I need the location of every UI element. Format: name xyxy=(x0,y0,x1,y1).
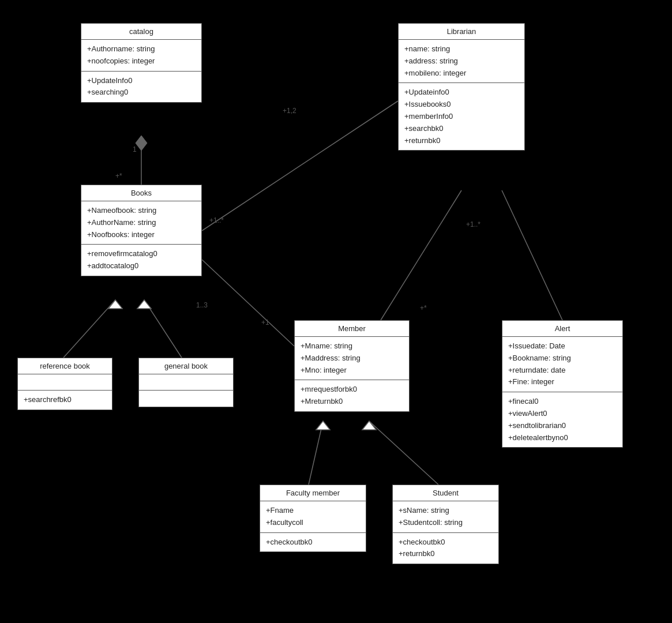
catalog-title: catalog xyxy=(81,24,201,40)
alert-method-0: +finecal0 xyxy=(508,396,617,408)
alert-method-1: +viewAlert0 xyxy=(508,408,617,420)
member-box: Member +Mname: string +Maddress: string … xyxy=(294,320,410,412)
books-attr-2: +Noofbooks: integer xyxy=(87,229,196,241)
student-title: Student xyxy=(393,485,498,501)
general-book-attributes xyxy=(139,374,233,391)
books-method-1: +addtocatalog0 xyxy=(87,260,196,272)
alert-attr-3: +Fine: integer xyxy=(508,376,617,388)
general-book-title: general book xyxy=(139,358,233,374)
svg-line-8 xyxy=(381,190,461,320)
catalog-methods: +UpdateInfo0 +searching0 xyxy=(81,72,201,103)
student-box: Student +sName: string +Studentcoll: str… xyxy=(392,485,499,564)
catalog-method-1: +searching0 xyxy=(87,87,196,99)
catalog-box: catalog +Authorname: string +noofcopies:… xyxy=(81,23,202,103)
uml-diagram: 1 +* +1,2 +1..* +1..* 1..3 +1 +* catalog… xyxy=(0,0,672,623)
svg-line-12 xyxy=(369,421,438,485)
member-attr-1: +Maddress: string xyxy=(301,352,403,365)
alert-attr-1: +Bookname: string xyxy=(508,352,617,365)
catalog-attributes: +Authorname: string +noofcopies: integer xyxy=(81,40,201,72)
member-attr-0: +Mname: string xyxy=(301,340,403,352)
reference-book-method-0: +searchrefbk0 xyxy=(24,394,106,406)
books-attr-1: +AuthorName: string xyxy=(87,217,196,229)
label-plusstar: +* xyxy=(420,304,427,312)
student-attributes: +sName: string +Studentcoll: string xyxy=(393,501,498,533)
faculty-member-method-0: +checkoutbk0 xyxy=(266,536,360,549)
alert-attr-2: +returndate: date xyxy=(508,365,617,377)
catalog-attr-1: +noofcopies: integer xyxy=(87,55,196,67)
faculty-member-attr-1: +facultycoll xyxy=(266,517,360,529)
member-method-1: +Mreturnbk0 xyxy=(301,396,403,408)
svg-line-2 xyxy=(202,101,398,231)
librarian-method-2: +memberInfo0 xyxy=(404,111,519,123)
catalog-attr-0: +Authorname: string xyxy=(87,43,196,55)
label-1: 1 xyxy=(133,145,137,153)
student-method-0: +checkoutbk0 xyxy=(399,536,493,549)
svg-marker-7 xyxy=(137,300,151,309)
svg-line-9 xyxy=(502,190,562,320)
member-attr-2: +Mno: integer xyxy=(301,365,403,377)
alert-attr-0: +Issuedate: Date xyxy=(508,340,617,352)
svg-marker-11 xyxy=(316,421,330,430)
librarian-method-1: +Issuebooks0 xyxy=(404,99,519,111)
svg-line-10 xyxy=(309,421,323,485)
member-attributes: +Mname: string +Maddress: string +Mno: i… xyxy=(295,337,409,380)
student-attr-1: +Studentcoll: string xyxy=(399,517,493,529)
librarian-attr-2: +mobileno: integer xyxy=(404,67,519,80)
books-method-0: +removefirmcatalog0 xyxy=(87,248,196,260)
books-methods: +removefirmcatalog0 +addtocatalog0 xyxy=(81,245,201,276)
faculty-member-attributes: +Fname +facultycoll xyxy=(260,501,366,533)
librarian-attr-0: +name: string xyxy=(404,43,519,55)
books-attributes: +Nameofbook: string +AuthorName: string … xyxy=(81,201,201,245)
member-title: Member xyxy=(295,321,409,337)
svg-marker-0 xyxy=(136,136,147,151)
svg-line-4 xyxy=(63,300,115,358)
reference-book-attributes xyxy=(18,374,112,391)
librarian-methods: +Updateinfo0 +Issuebooks0 +memberInfo0 +… xyxy=(399,83,524,150)
student-attr-0: +sName: string xyxy=(399,505,493,517)
catalog-method-0: +UpdateInfo0 xyxy=(87,75,196,87)
reference-book-box: reference book +searchrefbk0 xyxy=(17,358,112,410)
books-attr-0: +Nameofbook: string xyxy=(87,205,196,217)
label-1star-books-member: +1..* xyxy=(209,216,224,224)
alert-method-3: +deletealertbyno0 xyxy=(508,432,617,444)
reference-book-methods: +searchrefbk0 xyxy=(18,391,112,410)
svg-line-6 xyxy=(144,300,182,358)
general-book-box: general book xyxy=(138,358,234,407)
faculty-member-title: Faculty member xyxy=(260,485,366,501)
reference-book-title: reference book xyxy=(18,358,112,374)
alert-title: Alert xyxy=(502,321,622,337)
student-method-1: +returnbk0 xyxy=(399,548,493,560)
books-box: Books +Nameofbook: string +AuthorName: s… xyxy=(81,185,202,276)
alert-box: Alert +Issuedate: Date +Bookname: string… xyxy=(502,320,623,448)
librarian-title: Librarian xyxy=(399,24,524,40)
librarian-attributes: +name: string +address: string +mobileno… xyxy=(399,40,524,83)
alert-method-2: +sendtolibrarian0 xyxy=(508,420,617,432)
svg-line-3 xyxy=(202,260,294,346)
label-13: 1..3 xyxy=(196,301,208,309)
member-methods: +mrequestforbk0 +Mreturnbk0 xyxy=(295,380,409,411)
label-12: +1,2 xyxy=(283,107,296,115)
librarian-box: Librarian +name: string +address: string… xyxy=(398,23,525,151)
faculty-member-box: Faculty member +Fname +facultycoll +chec… xyxy=(260,485,366,552)
librarian-method-3: +searchbk0 xyxy=(404,123,519,135)
librarian-method-4: +returnbk0 xyxy=(404,135,519,147)
label-plus1: +1 xyxy=(261,318,269,326)
label-star: +* xyxy=(115,172,122,180)
alert-attributes: +Issuedate: Date +Bookname: string +retu… xyxy=(502,337,622,392)
librarian-method-0: +Updateinfo0 xyxy=(404,87,519,99)
general-book-methods xyxy=(139,391,233,407)
svg-marker-13 xyxy=(362,421,376,430)
faculty-member-attr-0: +Fname xyxy=(266,505,360,517)
label-1star-lib-alert: +1..* xyxy=(466,220,480,228)
books-title: Books xyxy=(81,185,201,201)
faculty-member-methods: +checkoutbk0 xyxy=(260,533,366,552)
member-method-0: +mrequestforbk0 xyxy=(301,384,403,396)
librarian-attr-1: +address: string xyxy=(404,55,519,67)
student-methods: +checkoutbk0 +returnbk0 xyxy=(393,533,498,564)
svg-marker-5 xyxy=(108,300,122,309)
alert-methods: +finecal0 +viewAlert0 +sendtolibrarian0 … xyxy=(502,392,622,447)
